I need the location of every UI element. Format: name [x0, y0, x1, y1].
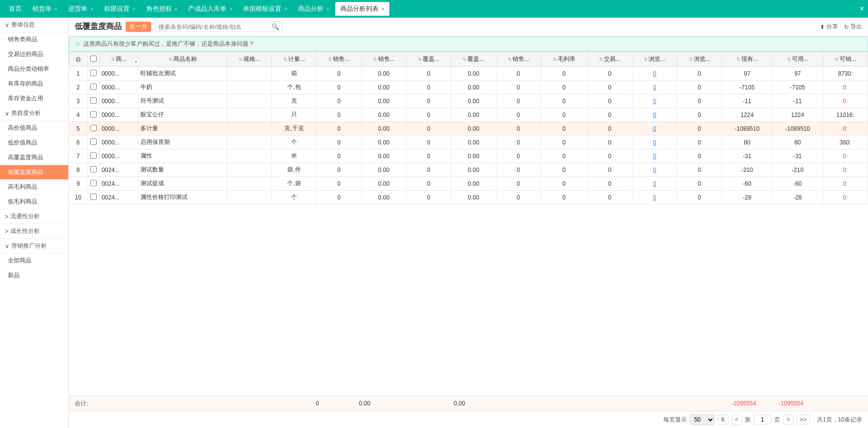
row-unit: 克,千克 — [271, 122, 316, 136]
row-cover1: 0 — [406, 191, 451, 204]
row-checkbox[interactable] — [90, 111, 97, 117]
row-sales-amt: 0.00 — [361, 67, 406, 81]
row-checkbox-cell[interactable] — [87, 149, 99, 163]
sidebar-item-category-rate[interactable]: 商品分类动销率 — [0, 62, 68, 77]
sidebar-item-low-value[interactable]: 低价值商品 — [0, 136, 68, 150]
col-settings[interactable]: ⚙ — [69, 52, 88, 67]
prev-page-button[interactable]: < — [732, 415, 742, 425]
row-checkbox[interactable] — [90, 166, 97, 172]
row-checkbox[interactable] — [90, 97, 97, 104]
close-icon[interactable]: × — [133, 6, 136, 12]
sidebar-item-stock-capital[interactable]: 库存资金占用 — [0, 91, 68, 106]
select-all-checkbox[interactable] — [90, 56, 97, 62]
nav-tab-role[interactable]: 角色授权 × — [141, 2, 183, 16]
table-wrapper: ⚙ ⇅商... ⇅商品名称 ⇅规格... ⇅计量... ⇅销售... ⇅销售..… — [69, 52, 868, 396]
row-sales-amt: 0.00 — [361, 136, 406, 149]
row-checkbox-cell[interactable] — [87, 191, 99, 204]
per-page-select[interactable]: 50 100 200 — [690, 414, 715, 425]
last-page-button[interactable]: >> — [796, 415, 810, 425]
row-view1-link[interactable]: 0 — [632, 81, 677, 94]
close-icon[interactable]: × — [175, 6, 178, 12]
export-button[interactable]: ↻ 导出 — [844, 23, 862, 31]
footer-empty6 — [531, 399, 578, 408]
sidebar-item-low-coverage[interactable]: 低覆盖度商品 — [0, 165, 68, 180]
footer-empty8 — [625, 399, 673, 408]
search-icon: 🔍 — [271, 23, 279, 30]
row-checkbox-cell[interactable] — [87, 67, 99, 81]
row-view1-link[interactable]: 0 — [632, 108, 677, 122]
close-icon[interactable]: × — [54, 6, 57, 12]
close-icon[interactable]: × — [381, 6, 384, 12]
row-view1-link[interactable]: 0 — [632, 94, 677, 108]
close-icon[interactable]: × — [90, 6, 93, 12]
search-box[interactable]: 🔍 — [155, 22, 283, 32]
col-cover1: ⇅覆盖... — [406, 52, 451, 67]
row-current-stock: -31 — [722, 149, 772, 163]
sidebar-collapse-button[interactable]: « — [132, 57, 140, 66]
row-checkbox-cell[interactable] — [87, 122, 99, 136]
row-view1-link[interactable]: 0 — [632, 163, 677, 177]
sidebar-item-high-coverage[interactable]: 高覆盖度商品 — [0, 150, 68, 165]
row-view1-link[interactable]: 0 — [632, 67, 677, 81]
sidebar-item-low-margin[interactable]: 低毛利商品 — [0, 195, 68, 209]
footer-available: -1095554 — [767, 399, 815, 408]
row-current-stock: 1224 — [722, 108, 772, 122]
table-row: 5 0000... 多计量 克,千克 0 0.00 0 0.00 0 0 0 0… — [69, 122, 868, 136]
row-checkbox-cell[interactable] — [87, 81, 99, 94]
row-checkbox[interactable] — [90, 152, 97, 159]
footer-cell-empty2 — [152, 399, 199, 408]
col-checkbox[interactable] — [87, 52, 99, 67]
nav-tab-template[interactable]: 单据模板设置 × — [238, 2, 292, 16]
row-checkbox[interactable] — [90, 180, 97, 186]
sidebar-section-growth[interactable]: > 成长性分析 — [0, 224, 68, 239]
row-checkbox[interactable] — [90, 84, 97, 90]
sidebar-item-high-margin[interactable]: 高毛利商品 — [0, 180, 68, 195]
row-spec — [227, 122, 271, 136]
sidebar-item-traded-goods[interactable]: 交易过的商品 — [0, 47, 68, 62]
next-page-button[interactable]: > — [783, 415, 793, 425]
table-row: 9 0024... 测试提成 个,袋 0 0.00 0 0.00 0 0 0 0… — [69, 177, 868, 191]
sidebar-item-high-value[interactable]: 高价值商品 — [0, 121, 68, 136]
nav-tab-product[interactable]: 产成品入库单 × — [183, 2, 237, 16]
row-checkbox-cell[interactable] — [87, 177, 99, 191]
share-button[interactable]: ⬆ 分享 — [820, 23, 838, 31]
close-all-tabs-button[interactable]: × — [860, 4, 864, 13]
sidebar-section-marketing[interactable]: ∨ 营销推广分析 — [0, 239, 68, 254]
row-checkbox-cell[interactable] — [87, 108, 99, 122]
sidebar-section-group[interactable]: ∨ 类群度分析 — [0, 106, 68, 121]
row-checkbox[interactable] — [90, 194, 97, 200]
row-view1-link[interactable]: 0 — [632, 136, 677, 149]
sidebar-item-all-goods[interactable]: 全部商品 — [0, 254, 68, 268]
sidebar-section-flow[interactable]: > 流通性分析 — [0, 209, 68, 224]
row-view1-link[interactable]: 0 — [632, 191, 677, 204]
row-view1-link[interactable]: 0 — [632, 122, 677, 136]
nav-tab-purchase[interactable]: 进货单 × — [63, 2, 98, 16]
close-icon[interactable]: × — [229, 6, 232, 12]
row-checkbox[interactable] — [90, 70, 97, 76]
row-view1-link[interactable]: 0 — [632, 177, 677, 191]
row-checkbox-cell[interactable] — [87, 94, 99, 108]
search-input[interactable] — [159, 24, 270, 30]
nav-tab-permission[interactable]: 权限设置 × — [99, 2, 140, 16]
sidebar-item-stock-goods[interactable]: 有库存的商品 — [0, 77, 68, 91]
close-icon[interactable]: × — [326, 6, 329, 12]
row-checkbox[interactable] — [90, 125, 97, 131]
nav-tab-sales[interactable]: 销货单 × — [27, 2, 62, 16]
row-checkbox-cell[interactable] — [87, 136, 99, 149]
sidebar-section-overall[interactable]: ∨ 整体信息 — [0, 18, 68, 32]
row-gross-margin: 0 — [541, 163, 587, 177]
period-button[interactable]: 近一月 — [126, 22, 151, 32]
first-page-button[interactable]: K — [718, 415, 729, 425]
close-icon[interactable]: × — [284, 6, 287, 12]
row-checkbox-cell[interactable] — [87, 163, 99, 177]
row-view1-link[interactable]: 0 — [632, 149, 677, 163]
page-input[interactable] — [754, 415, 771, 425]
row-checkbox[interactable] — [90, 139, 97, 145]
sidebar-item-new-goods[interactable]: 新品 — [0, 268, 68, 283]
row-unit: 箱 — [271, 67, 316, 81]
nav-tab-analysis-list[interactable]: 商品分析列表 × — [335, 2, 389, 16]
row-num: 8 — [69, 163, 88, 177]
nav-tab-home[interactable]: 首页 — [4, 2, 27, 16]
nav-tab-analysis[interactable]: 商品分析 × — [293, 2, 334, 16]
sidebar-item-sales-goods[interactable]: 销售类商品 — [0, 32, 68, 47]
